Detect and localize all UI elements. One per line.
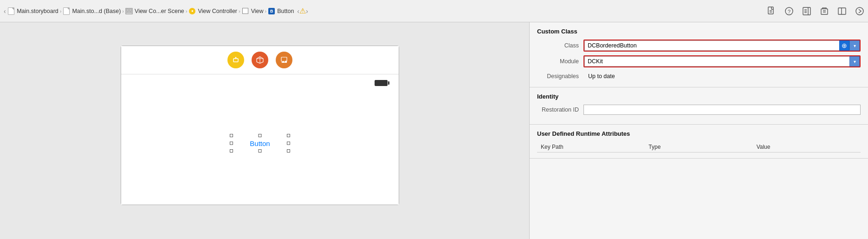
user-defined-section: User Defined Runtime Attributes Key Path… [530,125,868,159]
library-icon[interactable] [820,7,829,16]
selection-handles: Button [230,134,290,153]
identity-section: Identity Restoration ID [530,87,868,125]
class-add-button[interactable]: ⊕ [839,40,849,51]
storyboard-container: Button [121,32,408,205]
help-icon[interactable]: ? [784,7,794,16]
doc-base-icon [63,7,70,15]
breadcrumb-item-view[interactable]: View [242,7,264,15]
handle-br [287,149,290,153]
custom-class-section: Custom Class Class ⊕ ▾ Module ▾ [530,22,868,87]
attributes-table: Key Path Type Value [537,142,861,153]
forward-icon[interactable] [855,7,864,16]
class-label: Class [537,42,579,49]
handle-ml [230,142,233,145]
breadcrumb: ‹ Main.storyboard › Main.sto...d (Base) … [4,7,759,15]
svg-rect-1 [127,9,129,11]
main-content: Button Custom Class Class ⊕ ▾ [0,22,868,239]
breadcrumb-sep-2: › [122,8,124,14]
handle-mr [287,142,290,145]
handle-tl [230,134,233,137]
restoration-id-input[interactable] [583,105,861,115]
scene-cube-icon [252,52,268,68]
designables-label: Designables [537,73,579,80]
scene-header [121,46,399,74]
breadcrumb-item-view-controller[interactable]: ● View Controller [188,7,237,15]
identity-title: Identity [537,93,861,100]
restoration-id-label: Restoration ID [537,106,579,113]
breadcrumb-item-main-base[interactable]: Main.sto...d (Base) [63,7,121,15]
breadcrumb-item-button[interactable]: B Button [268,7,294,15]
handle-bm [259,149,262,153]
handle-bl [230,149,233,153]
class-field-row: Class ⊕ ▾ [537,40,861,52]
controller-icon: ● [188,7,196,15]
svg-rect-17 [838,8,846,14]
editor-layout-icon[interactable] [837,7,847,16]
handle-tr [287,134,290,137]
nav-next-icon[interactable]: › [306,7,308,15]
class-input[interactable] [584,40,839,51]
scene-storyboard-icon [276,52,292,68]
button-b-icon: B [268,7,275,15]
restoration-id-row: Restoration ID [537,105,861,115]
svg-rect-2 [130,9,131,11]
designables-value: Up to date [588,73,615,80]
toolbar: ‹ Main.storyboard › Main.sto...d (Base) … [0,0,868,22]
inspector-icon[interactable] [802,7,811,16]
nav-back-icon[interactable]: ‹ [4,7,6,15]
breadcrumb-sep-5: › [265,8,267,14]
custom-class-title: Custom Class [537,28,861,35]
breadcrumb-sep-4: › [239,8,240,14]
attr-col-value: Value [753,142,861,152]
breadcrumb-item-main-storyboard[interactable]: Main.storyboard [7,7,58,15]
module-dropdown-button[interactable]: ▾ [849,56,860,66]
svg-rect-3 [127,12,131,13]
right-panel: Custom Class Class ⊕ ▾ Module ▾ [529,22,868,239]
breadcrumb-sep-1: › [60,8,62,14]
attr-col-type: Type [645,142,752,152]
module-label: Module [537,58,579,65]
battery-icon [375,80,389,86]
designables-row: Designables Up to date [537,71,861,81]
view-icon [242,7,249,15]
attr-col-keypath: Key Path [537,142,645,152]
module-input[interactable] [584,56,849,66]
scene-body: Button [121,74,399,205]
attr-header-row: Key Path Type Value [537,142,861,153]
canvas-area[interactable]: Button [0,22,529,239]
user-defined-title: User Defined Runtime Attributes [537,130,861,137]
svg-rect-14 [821,9,828,14]
module-field-row: Module ▾ [537,55,861,67]
svg-text:?: ? [788,9,790,14]
canvas-button-container: Button [230,134,290,153]
doc-icon [7,7,15,15]
breadcrumb-item-scene[interactable]: View Co...er Scene [125,7,184,15]
svg-point-19 [856,7,863,15]
handle-tm [259,134,262,137]
class-dropdown-button[interactable]: ▾ [849,40,860,51]
canvas-button-label: Button [240,138,279,149]
scene-controller-icon [227,52,244,68]
scene-icon [125,7,133,15]
scene-box: Button [121,46,399,205]
toolbar-right-icons: ? [767,7,864,16]
new-file-icon[interactable] [767,7,776,16]
svg-point-20 [231,55,240,65]
breadcrumb-sep-3: › [186,8,188,14]
warning-icon: ⚠ [299,7,306,15]
svg-point-22 [235,57,237,59]
